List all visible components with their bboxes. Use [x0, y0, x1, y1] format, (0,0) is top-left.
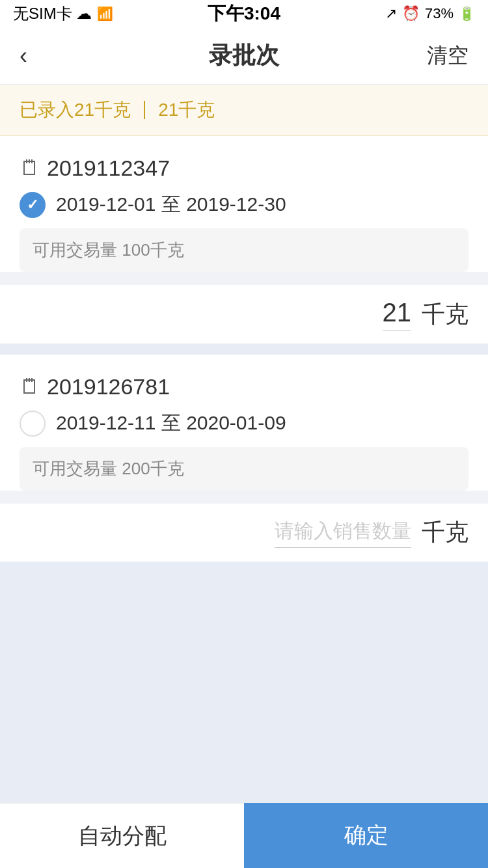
batch-1-header: 🗒 2019112347: [20, 156, 468, 181]
clear-button[interactable]: 清空: [427, 42, 468, 70]
recorded-amount: 已录入21千克: [20, 98, 131, 122]
batch-2-date-row: 2019-12-11 至 2020-01-09: [20, 410, 468, 437]
page-title: 录批次: [209, 40, 279, 72]
wifi-icon: 📶: [97, 6, 113, 21]
batch-2-radio[interactable]: [20, 411, 46, 437]
status-bar: 无SIM卡 ☁ 📶 下午3:04 ↗ ⏰ 73% 🔋: [0, 0, 488, 27]
batch-2-id: 2019126781: [47, 374, 170, 400]
confirm-button[interactable]: 确定: [244, 803, 488, 868]
nav-bar: ‹ 录批次 清空: [0, 27, 488, 85]
batch-1-quantity-value[interactable]: 21: [383, 298, 412, 331]
gray-area: [0, 562, 488, 822]
batch-2-card: 🗒 2019126781 2019-12-11 至 2020-01-09 可用交…: [0, 355, 488, 491]
batch-1-date-row: 2019-12-01 至 2019-12-30: [20, 191, 468, 218]
battery-text: 73%: [425, 5, 454, 22]
status-time: 下午3:04: [208, 1, 280, 26]
status-left: 无SIM卡 ☁ 📶: [13, 3, 113, 24]
batch-2-input-row: 请输入销售数量 千克: [0, 504, 488, 562]
batch-1-id: 2019112347: [47, 156, 170, 181]
batch-2-available-text: 可用交易量 200千克: [33, 459, 184, 478]
batch-1-available-text: 可用交易量 100千克: [33, 240, 184, 260]
batch-2-available: 可用交易量 200千克: [20, 447, 468, 491]
batch-2-header: 🗒 2019126781: [20, 374, 468, 400]
total-amount: 21千克: [158, 98, 215, 122]
back-button[interactable]: ‹: [20, 42, 27, 70]
batch-1-quantity-unit: 千克: [422, 299, 468, 331]
batch-1-date: 2019-12-01 至 2019-12-30: [56, 191, 286, 218]
section-separator: [0, 344, 488, 355]
batch-1-quantity-row: 21 千克: [0, 285, 488, 344]
batch-2-icon: 🗒: [20, 375, 40, 399]
batch-2-input-placeholder[interactable]: 请输入销售数量: [275, 518, 411, 548]
batch-1-card: 🗒 2019112347 2019-12-01 至 2019-12-30 可用交…: [0, 136, 488, 272]
batch-2-date: 2019-12-11 至 2020-01-09: [56, 410, 286, 437]
auto-distribute-button[interactable]: 自动分配: [0, 803, 244, 868]
info-banner: 已录入21千克 21千克: [0, 85, 488, 136]
info-divider: [144, 101, 145, 119]
alarm-icon: ⏰: [402, 5, 420, 22]
no-sim-text: 无SIM卡 ☁: [13, 3, 92, 24]
battery-icon: 🔋: [459, 6, 475, 21]
batch-1-radio[interactable]: [20, 192, 46, 218]
bottom-bar: 自动分配 确定: [0, 803, 488, 868]
location-icon: ↗: [385, 5, 397, 22]
batch-2-input-unit: 千克: [422, 517, 468, 549]
batch-1-available: 可用交易量 100千克: [20, 228, 468, 272]
status-right: ↗ ⏰ 73% 🔋: [385, 5, 475, 22]
batch-1-icon: 🗒: [20, 156, 40, 180]
